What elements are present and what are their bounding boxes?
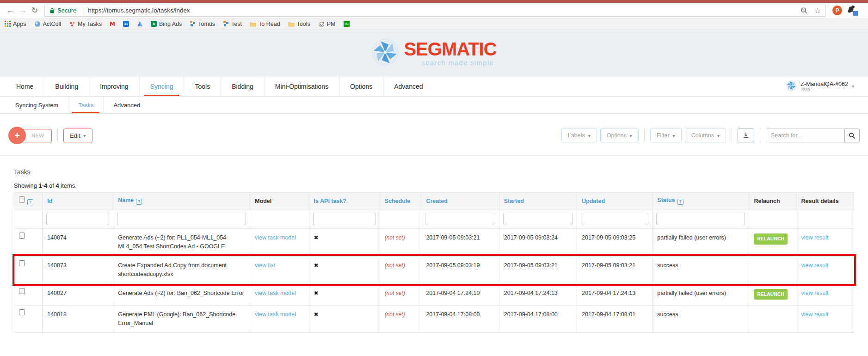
row-checkbox[interactable] — [19, 233, 25, 239]
bookmark-item-apps[interactable]: Apps — [5, 21, 26, 27]
sort-link[interactable]: Id — [47, 198, 52, 204]
highlighted-table-row: 140073Create Expanded Ad Copy from docum… — [14, 256, 854, 284]
tab-options[interactable]: Options — [339, 76, 383, 96]
cell-relaunch: RELAUNCH — [749, 284, 796, 305]
filter-input-api[interactable] — [313, 213, 376, 225]
tab-label: Bidding — [232, 83, 253, 90]
tab-tools[interactable]: Tools — [184, 76, 221, 96]
sort-link[interactable]: Created — [426, 198, 448, 204]
filter-cell-id — [43, 209, 113, 229]
bookmark-item-bing-ads[interactable]: bBing Ads — [151, 21, 182, 27]
bookmark-item-my-tasks[interactable]: My Tasks — [69, 21, 102, 27]
back-icon[interactable]: ← — [5, 5, 17, 17]
cell-status: success — [653, 256, 749, 284]
bookmark-star-icon[interactable]: ☆ — [814, 6, 821, 15]
bookmark-item-test[interactable]: Test — [223, 21, 242, 27]
options-dropdown-button[interactable]: Options▾ — [600, 129, 639, 142]
subtab-advanced[interactable]: Advanced — [103, 97, 150, 113]
relaunch-button[interactable]: RELAUNCH — [754, 289, 788, 300]
row-checkbox[interactable] — [19, 288, 25, 294]
sort-link[interactable]: Status — [657, 197, 675, 203]
sort-link[interactable]: Name — [118, 197, 134, 203]
label-options-group: Labels▾Options▾ — [561, 129, 639, 142]
toolbar-divider — [57, 129, 58, 142]
color-picker-extension-icon[interactable] — [848, 6, 858, 16]
bookmark-item[interactable] — [137, 21, 143, 27]
select-all-checkbox[interactable] — [19, 196, 25, 203]
tab-label: Building — [55, 83, 78, 90]
task-name: Generate Ads (~2) for: PL1_054-ML1_054-M… — [118, 234, 228, 250]
tab-syncing[interactable]: Syncing — [139, 76, 184, 96]
row-checkbox[interactable] — [19, 309, 25, 315]
subtab-label: Syncing System — [15, 102, 58, 109]
bookmark-item-tomus[interactable]: Tomus — [190, 21, 215, 27]
help-icon[interactable]: ? — [27, 199, 33, 205]
extension-p-icon[interactable]: P — [832, 6, 842, 15]
view-result-link[interactable]: view result — [801, 290, 828, 296]
columns-dropdown-button[interactable]: Columns▾ — [685, 129, 726, 142]
filter-cell-schedule — [380, 209, 421, 229]
view-result-link[interactable]: view result — [801, 234, 828, 241]
bookmark-item[interactable]: M — [110, 21, 115, 27]
new-plus-icon[interactable]: + — [8, 127, 26, 144]
row-checkbox[interactable] — [19, 260, 25, 266]
analytics-icon — [137, 21, 143, 27]
bookmark-item-pm[interactable]: PM — [318, 21, 336, 27]
filter-input-created[interactable] — [425, 213, 495, 225]
filter-input-id[interactable] — [46, 213, 109, 225]
edit-dropdown-button[interactable]: Edit ▾ — [63, 129, 92, 142]
tab-mini-optimisations[interactable]: Mini-Optimisations — [264, 76, 339, 96]
model-link[interactable]: view task model — [255, 290, 296, 296]
relaunch-button[interactable]: RELAUNCH — [754, 233, 788, 245]
search-input[interactable] — [766, 129, 844, 142]
model-link[interactable]: view task model — [255, 311, 296, 318]
zoom-out-icon[interactable] — [800, 7, 808, 14]
sort-link[interactable]: Started — [504, 198, 524, 204]
view-result-link[interactable]: view result — [801, 262, 828, 269]
labels-dropdown-button[interactable]: Labels▾ — [561, 129, 597, 142]
sort-link[interactable]: Schedule — [385, 198, 411, 204]
api-false-icon: ✖ — [314, 290, 319, 296]
model-link[interactable]: view task model — [255, 234, 296, 241]
tab-improving[interactable]: Improving — [89, 76, 139, 96]
filter-input-name[interactable] — [117, 213, 246, 225]
filter-columns-group: Filter▾Columns▾ — [650, 129, 726, 142]
help-icon[interactable]: ? — [677, 199, 683, 205]
bookmark-item[interactable]: TC — [344, 21, 350, 27]
tab-label: Options — [350, 83, 372, 90]
subtab-tasks[interactable]: Tasks — [68, 97, 103, 113]
filter-input-started[interactable] — [503, 213, 573, 225]
address-bar[interactable]: Secure https://tomus.segmatic.io/tasks/i… — [44, 5, 826, 17]
bookmark-item-to-read[interactable]: To Read — [250, 21, 280, 27]
forward-icon[interactable]: → — [17, 5, 29, 17]
reload-icon[interactable]: ↻ — [29, 5, 41, 17]
subtab-syncing-system[interactable]: Syncing System — [6, 97, 68, 113]
summary-prefix: Showing — [14, 182, 37, 189]
bookmark-item-actcoll[interactable]: ActColl — [34, 21, 62, 27]
search-button[interactable] — [844, 129, 860, 142]
filter-dropdown-button[interactable]: Filter▾ — [650, 129, 682, 142]
filter-cell-status — [653, 209, 749, 229]
filter-input-status[interactable] — [656, 213, 745, 225]
bookmark-item[interactable]: 31 — [123, 21, 129, 27]
view-result-link[interactable]: view result — [801, 311, 828, 318]
sort-link[interactable]: Updated — [582, 198, 605, 204]
bookmark-item-tools[interactable]: Tools — [288, 21, 310, 27]
help-icon[interactable]: ? — [136, 199, 142, 205]
download-button[interactable] — [738, 129, 754, 142]
search-group — [766, 129, 860, 142]
task-id: 140018 — [47, 311, 67, 318]
tiles-icon — [223, 21, 229, 27]
tab-advanced[interactable]: Advanced — [383, 76, 433, 96]
tab-home[interactable]: Home — [6, 76, 44, 96]
table-filter-row — [14, 209, 854, 229]
filter-input-updated[interactable] — [581, 213, 648, 225]
model-link[interactable]: view list — [255, 262, 275, 269]
tab-building[interactable]: Building — [44, 76, 89, 96]
main-nav: HomeBuildingImprovingSyncingToolsBidding… — [0, 76, 868, 97]
sort-link[interactable]: Is API task? — [314, 198, 346, 204]
tab-bidding[interactable]: Bidding — [221, 76, 264, 96]
lock-icon — [49, 7, 55, 14]
user-menu[interactable]: Z-ManualQA-#062 #280 ▾ — [786, 76, 854, 96]
created-timestamp: 2017-09-04 17:24:10 — [426, 290, 480, 296]
